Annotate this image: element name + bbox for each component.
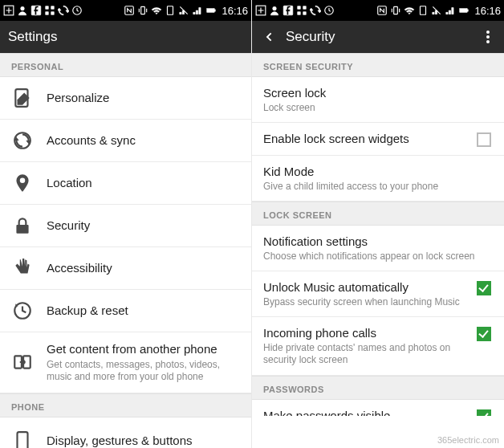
screen-settings: 16:16 Settings PERSONAL Personalize Acco… bbox=[0, 0, 252, 448]
backup-icon bbox=[11, 299, 34, 322]
row-location[interactable]: Location bbox=[0, 162, 251, 205]
row-title: Notification settings bbox=[263, 234, 486, 250]
watermark: 365electric.com bbox=[437, 435, 499, 445]
back-button[interactable] bbox=[260, 28, 278, 46]
grid-icon bbox=[296, 5, 307, 16]
person-icon bbox=[269, 5, 280, 16]
row-title: Personalize bbox=[47, 91, 240, 106]
sync-icon bbox=[310, 5, 321, 16]
appbar-title: Security bbox=[286, 29, 335, 45]
svg-rect-10 bbox=[168, 6, 173, 15]
svg-rect-32 bbox=[468, 10, 469, 11]
row-passwords-visible[interactable]: Make passwords visible bbox=[252, 400, 504, 416]
nfc-icon bbox=[376, 5, 388, 16]
appbar-settings: Settings bbox=[0, 21, 251, 53]
svg-rect-26 bbox=[303, 12, 307, 15]
signal-icon bbox=[192, 5, 203, 16]
location-icon bbox=[11, 172, 34, 194]
checkbox-checked[interactable] bbox=[477, 409, 491, 416]
plus-icon bbox=[255, 5, 266, 16]
svg-rect-4 bbox=[51, 6, 55, 10]
row-sub: Hide private contacts' names and photos … bbox=[263, 342, 469, 367]
status-bar: 16:16 bbox=[0, 0, 251, 21]
wifi-icon bbox=[151, 5, 162, 16]
overflow-menu-button[interactable] bbox=[480, 31, 496, 43]
row-sub: Bypass security screen when launching Mu… bbox=[263, 296, 469, 309]
row-notification-settings[interactable]: Notification settings Choose which notif… bbox=[252, 226, 504, 271]
status-time: 16:16 bbox=[222, 5, 248, 17]
row-title: Incoming phone calls bbox=[263, 325, 469, 341]
row-title: Unlock Music automatically bbox=[263, 279, 469, 295]
row-title: Screen lock bbox=[263, 85, 486, 101]
row-get-content[interactable]: Get content from another phone Get conta… bbox=[0, 332, 251, 393]
row-personalize[interactable]: Personalize bbox=[0, 77, 251, 120]
transfer-icon bbox=[11, 351, 34, 373]
sim-icon bbox=[165, 5, 176, 16]
facebook-icon bbox=[30, 5, 42, 16]
row-title: Accounts & sync bbox=[47, 133, 240, 149]
personalize-icon bbox=[11, 87, 34, 109]
row-title: Make passwords visible bbox=[263, 408, 469, 416]
row-security[interactable]: Security bbox=[0, 205, 251, 247]
no-signal-icon bbox=[431, 5, 442, 16]
section-header-screen-security: SCREEN SECURITY bbox=[252, 53, 504, 77]
svg-rect-31 bbox=[460, 9, 467, 13]
svg-rect-29 bbox=[394, 6, 398, 14]
svg-rect-6 bbox=[51, 12, 55, 15]
person-icon bbox=[17, 5, 28, 16]
svg-rect-24 bbox=[303, 6, 307, 10]
status-time: 16:16 bbox=[474, 5, 501, 17]
vibrate-icon bbox=[390, 5, 401, 16]
svg-point-1 bbox=[21, 6, 25, 10]
svg-rect-11 bbox=[207, 9, 214, 13]
vibrate-icon bbox=[137, 5, 148, 16]
row-title: Enable lock screen widgets bbox=[263, 131, 469, 147]
row-enable-widgets[interactable]: Enable lock screen widgets bbox=[252, 123, 504, 156]
section-header-phone: PHONE bbox=[0, 393, 251, 417]
row-title: Location bbox=[47, 176, 240, 191]
row-screen-lock[interactable]: Screen lock Lock screen bbox=[252, 77, 504, 123]
battery-icon bbox=[458, 5, 469, 16]
screen-security: 16:16 Security SCREEN SECURITY Screen lo… bbox=[252, 0, 504, 448]
row-title: Kid Mode bbox=[263, 164, 486, 180]
checkbox-checked[interactable] bbox=[477, 281, 491, 295]
clock-icon bbox=[323, 5, 335, 16]
svg-rect-30 bbox=[421, 6, 426, 15]
nfc-icon bbox=[124, 5, 135, 16]
row-unlock-music[interactable]: Unlock Music automatically Bypass securi… bbox=[252, 271, 504, 317]
checkbox-checked[interactable] bbox=[477, 327, 491, 341]
checkbox-unchecked[interactable] bbox=[477, 132, 491, 147]
sync-circle-icon bbox=[11, 129, 34, 152]
signal-icon bbox=[445, 5, 456, 16]
svg-rect-15 bbox=[16, 225, 28, 234]
sim-icon bbox=[417, 5, 429, 16]
section-header-passwords: PASSWORDS bbox=[252, 376, 504, 400]
row-accessibility[interactable]: Accessibility bbox=[0, 247, 251, 290]
svg-rect-25 bbox=[298, 12, 301, 15]
svg-rect-23 bbox=[298, 6, 301, 10]
row-sub: Choose which notifications appear on loc… bbox=[263, 250, 486, 263]
appbar-title: Settings bbox=[8, 29, 57, 45]
row-accounts-sync[interactable]: Accounts & sync bbox=[0, 120, 251, 162]
row-display-gestures[interactable]: Display, gestures & buttons bbox=[0, 417, 251, 448]
svg-rect-19 bbox=[18, 432, 28, 448]
row-sub: Lock screen bbox=[263, 102, 486, 115]
svg-point-21 bbox=[273, 6, 277, 10]
wifi-icon bbox=[404, 5, 415, 16]
row-backup-reset[interactable]: Backup & reset bbox=[0, 290, 251, 332]
svg-rect-12 bbox=[215, 10, 216, 11]
row-title: Accessibility bbox=[47, 261, 240, 276]
no-signal-icon bbox=[178, 5, 189, 16]
appbar-security: Security bbox=[252, 21, 504, 53]
lock-icon bbox=[11, 214, 34, 237]
row-title: Display, gestures & buttons bbox=[47, 434, 240, 448]
status-bar: 16:16 bbox=[252, 0, 504, 21]
svg-rect-3 bbox=[46, 6, 49, 10]
grid-icon bbox=[44, 5, 55, 16]
row-title: Backup & reset bbox=[47, 303, 240, 319]
row-title: Get content from another phone bbox=[47, 342, 240, 357]
hand-icon bbox=[11, 257, 34, 279]
row-kid-mode[interactable]: Kid Mode Give a child limited access to … bbox=[252, 156, 504, 202]
row-sub: Get contacts, messages, photos, videos, … bbox=[47, 359, 240, 383]
row-incoming-calls[interactable]: Incoming phone calls Hide private contac… bbox=[252, 317, 504, 376]
